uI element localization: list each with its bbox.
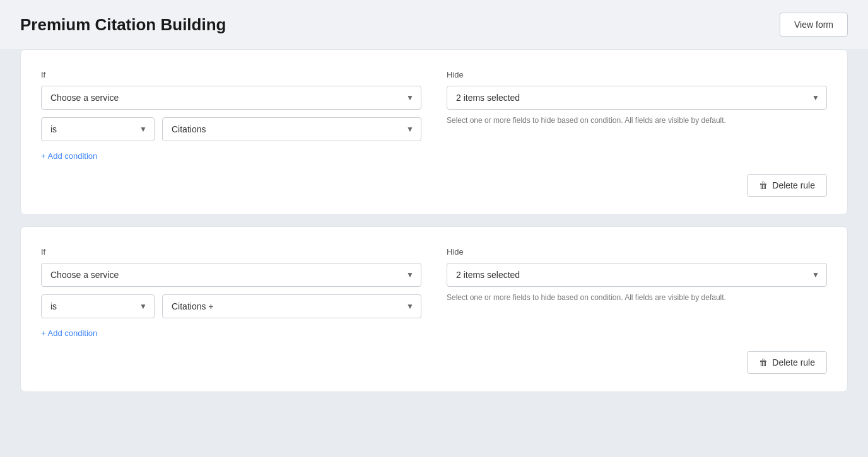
view-form-button[interactable]: View form	[780, 13, 848, 37]
delete-rule-label-1: Delete rule	[772, 180, 815, 190]
hide-label-2: Hide	[447, 247, 827, 257]
delete-rule-label-2: Delete rule	[772, 357, 815, 367]
rule-footer-1: 🗑 Delete rule	[41, 174, 827, 197]
condition-row-1: isis not ▼ CitationsCitations +Other ▼	[41, 117, 421, 141]
condition-row-2: isis not ▼ CitationsCitations +Other ▼	[41, 294, 421, 318]
trash-icon-2: 🗑	[759, 357, 768, 367]
rule-card-2: If Choose a service ▼ isis not ▼	[20, 226, 848, 392]
rule-left-1: If Choose a service ▼ isis not ▼	[41, 70, 421, 161]
page-header: Premium Citation Building View form	[0, 0, 868, 49]
rule-left-2: If Choose a service ▼ isis not ▼	[41, 247, 421, 338]
main-content: If Choose a service ▼ isis not ▼	[0, 49, 868, 424]
condition-type-select-2[interactable]: isis not	[41, 294, 155, 318]
rule-right-2: Hide 2 items selected ▼ Select one or mo…	[447, 247, 827, 303]
delete-rule-button-1[interactable]: 🗑 Delete rule	[747, 174, 827, 197]
hide-select-1[interactable]: 2 items selected	[447, 86, 827, 110]
hide-hint-2: Select one or more fields to hide based …	[447, 292, 827, 303]
service-select-wrapper-1: Choose a service ▼	[41, 86, 421, 110]
trash-icon-1: 🗑	[759, 180, 768, 190]
if-label-2: If	[41, 247, 421, 257]
if-label-1: If	[41, 70, 421, 79]
hide-select-wrapper-2: 2 items selected ▼	[447, 263, 827, 287]
value-select-2[interactable]: CitationsCitations +Other	[162, 294, 421, 318]
rule-body-2: If Choose a service ▼ isis not ▼	[41, 247, 827, 338]
rule-right-1: Hide 2 items selected ▼ Select one or mo…	[447, 70, 827, 126]
value-select-1[interactable]: CitationsCitations +Other	[162, 117, 421, 141]
hide-select-wrapper-1: 2 items selected ▼	[447, 86, 827, 110]
page-title: Premium Citation Building	[20, 15, 226, 35]
service-select-2[interactable]: Choose a service	[41, 263, 421, 287]
service-select-wrapper-2: Choose a service ▼	[41, 263, 421, 287]
rule-footer-2: 🗑 Delete rule	[41, 351, 827, 374]
condition-type-select-1[interactable]: isis not	[41, 117, 155, 141]
add-condition-button-1[interactable]: + Add condition	[41, 151, 97, 161]
rule-body-1: If Choose a service ▼ isis not ▼	[41, 70, 827, 161]
condition-type-wrapper-1: isis not ▼	[41, 117, 155, 141]
add-condition-button-2[interactable]: + Add condition	[41, 328, 97, 338]
hide-hint-1: Select one or more fields to hide based …	[447, 115, 827, 126]
value-select-wrapper-2: CitationsCitations +Other ▼	[162, 294, 421, 318]
delete-rule-button-2[interactable]: 🗑 Delete rule	[747, 351, 827, 374]
condition-type-wrapper-2: isis not ▼	[41, 294, 155, 318]
value-select-wrapper-1: CitationsCitations +Other ▼	[162, 117, 421, 141]
hide-label-1: Hide	[447, 70, 827, 79]
hide-select-2[interactable]: 2 items selected	[447, 263, 827, 287]
service-select-1[interactable]: Choose a service	[41, 86, 421, 110]
rule-card-1: If Choose a service ▼ isis not ▼	[20, 49, 848, 215]
